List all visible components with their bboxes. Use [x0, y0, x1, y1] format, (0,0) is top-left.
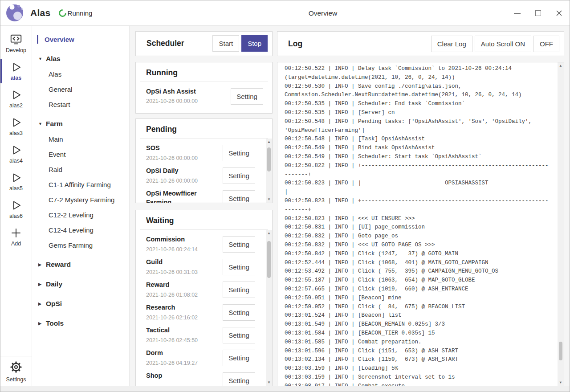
waiting-panel: Waiting Commission 2021-10-26 00:24:14 [135, 210, 273, 386]
nav-item[interactable]: C7-2 Mystery Farming [32, 192, 129, 207]
task-setting-button[interactable]: Setting [231, 88, 263, 105]
nav-item[interactable]: C12-2 Leveling [32, 207, 129, 222]
rail-item-label: alas2 [9, 102, 23, 109]
task-row: OpSi Ash Assist 2021-10-26 00:00:00 Sett… [136, 84, 272, 106]
scroll-down-arrow[interactable]: ▼ [266, 196, 272, 203]
task-setting-button[interactable]: Setting [223, 327, 255, 343]
log-line: 00:13:03.159 | INFO | Screenshot interva… [285, 373, 551, 382]
task-nav: Overview ▼ Alas Alas General [32, 26, 130, 386]
nav-item-label: Gems Farming [49, 241, 93, 249]
scroll-up-arrow[interactable]: ▲ [558, 62, 564, 69]
nav-item[interactable]: ▶ Reward [32, 257, 129, 272]
task-setting-button[interactable]: Setting [223, 304, 255, 321]
scroll-down-arrow[interactable]: ▼ [266, 379, 272, 386]
task-setting-button[interactable]: Setting [223, 350, 255, 366]
nav-item[interactable]: ▶ Daily [32, 277, 129, 292]
nav-item[interactable]: ▶ Tools [32, 316, 129, 331]
waiting-scrollbar[interactable]: ▲ ▼ [266, 230, 272, 386]
minimize-button[interactable] [513, 10, 521, 17]
rail-item-alas[interactable]: alas [0, 58, 32, 84]
task-setting-button[interactable]: Setting [223, 145, 255, 161]
task-row: Commission 2021-10-26 00:24:14 Setting [136, 232, 272, 254]
task-setting-button[interactable]: Setting [223, 372, 255, 386]
rail-item-alas2[interactable]: alas2 [0, 86, 32, 112]
task-row: Shop Setting [136, 368, 272, 386]
task-name: Dorm [146, 349, 219, 358]
waiting-title: Waiting [140, 210, 268, 230]
nav-item[interactable]: Main [32, 131, 129, 147]
running-title: Running [140, 62, 268, 82]
rail-item-alas5[interactable]: alas5 [0, 168, 32, 195]
group-arrow-icon: ▼ [38, 57, 46, 61]
nav-item[interactable]: C12-4 Leveling [32, 222, 129, 237]
nav-item[interactable]: Event [32, 147, 129, 162]
task-setting-button[interactable]: Setting [223, 167, 255, 184]
nav-item[interactable]: ▼ Farm [32, 116, 129, 131]
maximize-button[interactable] [534, 10, 542, 17]
nav-item[interactable]: Restart [32, 97, 129, 112]
task-setting-button[interactable]: Setting [223, 236, 255, 253]
nav-item[interactable]: ▶ OpSi [32, 296, 129, 311]
scroll-thumb[interactable] [267, 241, 271, 278]
scroll-down-arrow[interactable]: ▼ [558, 379, 564, 386]
task-name: Reward [146, 281, 219, 290]
log-line: 00:13:01.524 | INFO | [Beacon] list [285, 311, 551, 320]
nav-item-label: Restart [49, 101, 70, 108]
rail-item-develop[interactable]: Develop [0, 30, 32, 57]
alas-logo-icon [6, 4, 24, 22]
play-icon [9, 171, 23, 184]
nav-item[interactable]: Alas [32, 66, 129, 82]
log-line: 00:12:50.823 | INFO | +-----------------… [285, 197, 551, 215]
log-line: 00:12:50.822 | INFO | +-----------------… [285, 162, 551, 180]
log-output[interactable]: 00:12:50.522 | INFO | Delay task `Commis… [277, 62, 564, 386]
scroll-thumb[interactable] [559, 342, 562, 360]
nav-item-label: C1-1 Affinity Farming [49, 181, 111, 188]
scroll-up-arrow[interactable]: ▲ [266, 230, 272, 237]
stop-button[interactable]: Stop [241, 35, 268, 52]
pending-scrollbar[interactable]: ▲ ▼ [266, 139, 272, 203]
rail-item-alas6[interactable]: alas6 [0, 196, 32, 222]
nav-item[interactable]: General [32, 82, 129, 97]
task-setting-button[interactable]: Setting [223, 282, 255, 298]
gear-icon [9, 360, 23, 376]
task-name: Shop [146, 372, 219, 380]
task-setting-button[interactable]: Setting [223, 190, 255, 203]
rail-item-add[interactable]: Add [0, 224, 32, 250]
rail-item-label: Develop [6, 47, 26, 53]
play-icon [9, 143, 23, 157]
settings-button[interactable]: Settings [0, 356, 32, 386]
nav-item-label: Overview [45, 36, 74, 43]
rail-item-alas4[interactable]: alas4 [0, 141, 32, 167]
nav-item[interactable]: C1-1 Affinity Farming [32, 177, 129, 192]
log-line: 00:12:50.823 | INFO | <<< UI ENSURE >>> [285, 215, 551, 224]
clear-log-button[interactable]: Clear Log [431, 36, 472, 52]
auto-scroll-off-button[interactable]: OFF [533, 36, 559, 52]
close-button[interactable] [555, 10, 562, 17]
nav-item-label: OpSi [46, 300, 62, 308]
nav-item-label: Farm [46, 120, 63, 128]
window-controls [513, 0, 562, 26]
rail-item-label: alas3 [9, 130, 23, 136]
group-arrow-icon: ▶ [38, 321, 46, 326]
title-bar: Alas Running Overview [0, 0, 570, 26]
nav-item[interactable]: Raid [32, 162, 129, 177]
task-setting-button[interactable]: Setting [223, 259, 255, 275]
task-name: OpSi Daily [146, 167, 219, 176]
task-next-run-time: 2021-10-26 00:24:14 [146, 246, 219, 253]
log-line: 00:12:50.530 | INFO | Save config ./conf… [285, 82, 551, 100]
running-spinner-icon [57, 8, 68, 18]
start-button[interactable]: Start [212, 35, 239, 52]
auto-scroll-on-button[interactable]: Auto Scroll ON [475, 36, 531, 52]
scroll-thumb[interactable] [267, 147, 271, 172]
task-name: SOS [146, 144, 219, 153]
nav-item[interactable]: Overview [32, 32, 129, 47]
task-name: Guild [146, 258, 219, 267]
nav-item[interactable]: Gems Farming [32, 237, 129, 253]
rail-item-alas3[interactable]: alas3 [0, 113, 32, 139]
task-name: OpSi Ash Assist [146, 87, 227, 96]
scroll-up-arrow[interactable]: ▲ [266, 139, 272, 145]
nav-item[interactable]: ▼ Alas [32, 51, 129, 66]
task-row: OpSi Meowfficer Farming Setting [136, 186, 272, 203]
log-scrollbar[interactable]: ▲ ▼ [558, 62, 564, 386]
log-title: Log [288, 39, 429, 49]
